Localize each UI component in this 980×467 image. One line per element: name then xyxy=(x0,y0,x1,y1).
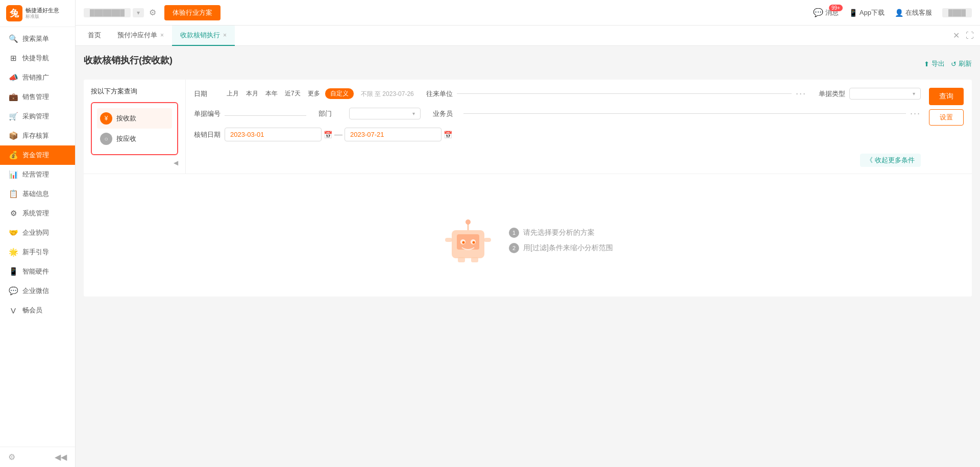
date-btn-this-month[interactable]: 本月 xyxy=(244,88,260,99)
tabbar: 首页预付冲应付单×收款核销执行× ✕ ⛶ xyxy=(76,26,980,46)
sidebar-item-7[interactable]: 📊经营管理 xyxy=(0,165,75,184)
export-button[interactable]: ⬆ 导出 xyxy=(924,59,945,68)
filter-collapse-btn[interactable]: ◀ xyxy=(91,159,178,166)
filter-option-by-receipt[interactable]: ¥ 按收款 xyxy=(97,108,172,129)
verify-date-end-input[interactable] xyxy=(345,128,442,141)
date-group: 日期 上月 本月 本年 近7天 更多 自定义 不限 至 2023-07-26 xyxy=(194,88,414,99)
dept-arrow: ▾ xyxy=(412,111,415,116)
tab-label-1: 预付冲应付单 xyxy=(117,31,157,40)
date-shortcuts: 上月 本月 本年 近7天 更多 自定义 xyxy=(225,88,354,99)
date-btn-this-year[interactable]: 本年 xyxy=(263,88,280,99)
sidebar-item-4[interactable]: 🛒采购管理 xyxy=(0,107,75,126)
dept-select[interactable]: ▾ xyxy=(349,108,421,119)
collapse-icon[interactable]: ◀◀ xyxy=(55,452,67,462)
sidebar-icon-9: ⚙ xyxy=(8,209,18,218)
doc-type-group: 单据类型 ▾ xyxy=(819,88,921,100)
industry-solution-button[interactable]: 体验行业方案 xyxy=(164,5,220,20)
svg-point-5 xyxy=(473,241,475,244)
partner-group: 往来单位 ··· xyxy=(426,88,806,99)
svg-point-7 xyxy=(465,219,471,225)
message-badge: 99+ xyxy=(829,5,843,11)
verify-date-start-input[interactable] xyxy=(225,128,322,141)
tab-1[interactable]: 预付冲应付单× xyxy=(109,26,172,46)
expand-tab-button[interactable]: ⛶ xyxy=(964,29,976,42)
sidebar-icon-5: 📦 xyxy=(8,131,18,140)
settings-icon[interactable]: ⚙ xyxy=(8,452,15,462)
form-row-3: 核销日期 📅 — 📅 xyxy=(194,128,921,141)
calendar-start-icon[interactable]: 📅 xyxy=(324,131,332,139)
refresh-button[interactable]: ↺ 刷新 xyxy=(951,59,972,68)
app-download-button[interactable]: 📱 App下载 xyxy=(849,8,885,17)
filter-option-by-receivable[interactable]: ○ 按应收 xyxy=(97,129,172,149)
date-btn-7days[interactable]: 近7天 xyxy=(283,88,303,99)
doc-type-select[interactable]: ▾ xyxy=(849,88,921,100)
tab-label-2: 收款核销执行 xyxy=(180,31,220,40)
sidebar-icon-0: 🔍 xyxy=(8,34,18,43)
main-card: 按以下方案查询 ¥ 按收款 ○ 按应收 ◀ xyxy=(84,80,972,297)
tab-0[interactable]: 首页 xyxy=(80,26,109,46)
sidebar-icon-7: 📊 xyxy=(8,170,18,179)
sidebar-item-5[interactable]: 📦库存核算 xyxy=(0,126,75,145)
sidebar-item-14[interactable]: V畅会员 xyxy=(0,301,75,320)
date-btn-custom[interactable]: 自定义 xyxy=(325,88,354,99)
sidebar-item-10[interactable]: 🤝企业协同 xyxy=(0,223,75,242)
tip-1-number: 1 xyxy=(509,228,519,238)
sidebar-item-1[interactable]: ⊞快捷导航 xyxy=(0,48,75,68)
filter-panel-title: 按以下方案查询 xyxy=(91,87,178,96)
sidebar-bottom: ⚙ ◀◀ xyxy=(0,447,75,467)
date-separator: — xyxy=(334,130,342,139)
sidebar-item-2[interactable]: 📣营销推广 xyxy=(0,68,75,87)
svg-rect-8 xyxy=(445,238,452,242)
page-header: 收款核销执行(按收款) ⬆ 导出 ↺ 刷新 xyxy=(84,54,972,73)
message-button[interactable]: 💬 消息 99+ xyxy=(813,8,839,17)
sidebar-item-8[interactable]: 📋基础信息 xyxy=(0,184,75,204)
empty-tips: 1 请先选择要分析的方案 2 用[过滤]条件来缩小分析范围 xyxy=(509,228,613,253)
tab-label-0: 首页 xyxy=(88,31,101,40)
sidebar-item-11[interactable]: 🌟新手引导 xyxy=(0,242,75,262)
export-icon: ⬆ xyxy=(924,60,929,68)
sidebar-item-0[interactable]: 🔍搜索菜单 xyxy=(0,29,75,48)
online-service-button[interactable]: 👤 在线客服 xyxy=(895,8,932,17)
tab-2[interactable]: 收款核销执行× xyxy=(172,26,235,46)
empty-tip-1: 1 请先选择要分析的方案 xyxy=(509,228,613,238)
tip-2-number: 2 xyxy=(509,243,519,253)
close-tab-button[interactable]: ✕ xyxy=(951,29,962,42)
tabbar-actions: ✕ ⛶ xyxy=(951,29,976,42)
svg-point-4 xyxy=(462,241,465,244)
svg-rect-1 xyxy=(457,234,479,250)
gear-button[interactable]: ⚙ xyxy=(149,8,156,17)
sidebar-icon-13: 💬 xyxy=(8,286,18,296)
topbar-left: ████████ ▾ ⚙ 体验行业方案 xyxy=(84,5,813,20)
sidebar-icon-14: V xyxy=(8,306,18,315)
svg-rect-10 xyxy=(458,257,465,262)
setting-button[interactable]: 设置 xyxy=(929,109,964,126)
partner-more-icon[interactable]: ··· xyxy=(796,88,806,99)
date-range-display: 不限 至 2023-07-26 xyxy=(361,90,414,99)
date-btn-more[interactable]: 更多 xyxy=(306,88,322,99)
doc-type-arrow: ▾ xyxy=(913,91,915,96)
sidebar-icon-10: 🤝 xyxy=(8,228,18,237)
sidebar-icon-4: 🛒 xyxy=(8,112,18,121)
sidebar-item-13[interactable]: 💬企业微信 xyxy=(0,281,75,301)
sidebar-item-9[interactable]: ⚙系统管理 xyxy=(0,204,75,223)
empty-state: 1 请先选择要分析的方案 2 用[过滤]条件来缩小分析范围 xyxy=(84,174,972,297)
company-selector[interactable]: ████████ ▾ xyxy=(84,8,144,17)
app-logo: 兔 畅捷通好生意 标准版 xyxy=(0,0,75,27)
query-button[interactable]: 查询 xyxy=(929,88,964,105)
query-area: 日期 上月 本月 本年 近7天 更多 自定义 不限 至 2023-07-26 xyxy=(186,80,929,174)
doc-type-label: 单据类型 xyxy=(819,89,845,99)
doc-no-label: 单据编号 xyxy=(194,109,220,118)
sidebar-item-12[interactable]: 📱智能硬件 xyxy=(0,262,75,281)
calendar-end-icon[interactable]: 📅 xyxy=(444,131,452,139)
date-btn-last-month[interactable]: 上月 xyxy=(225,88,241,99)
staff-more-icon[interactable]: ··· xyxy=(910,108,921,119)
tab-close-1[interactable]: × xyxy=(160,32,164,39)
sidebar-icon-3: 💼 xyxy=(8,92,18,102)
verify-date-group: 核销日期 📅 — 📅 xyxy=(194,128,452,141)
staff-label: 业务员 xyxy=(433,109,459,118)
collapse-more-button[interactable]: 《 收起更多条件 xyxy=(860,154,921,167)
sidebar-item-3[interactable]: 💼销售管理 xyxy=(0,87,75,107)
sidebar-item-6[interactable]: 💰资金管理 xyxy=(0,145,75,165)
verify-date-range: 📅 — 📅 xyxy=(225,128,452,141)
tab-close-2[interactable]: × xyxy=(223,32,227,39)
